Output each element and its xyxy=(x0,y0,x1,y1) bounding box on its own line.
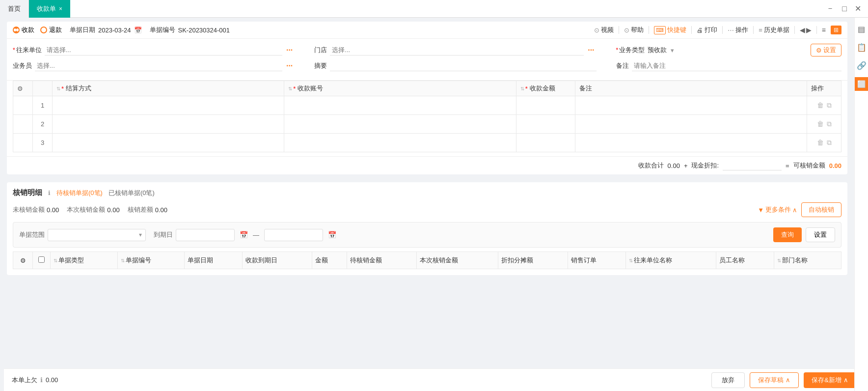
print-btn[interactable]: 🖨 打印 xyxy=(697,26,717,34)
td-row2-settlement[interactable] xyxy=(53,115,284,134)
td-row1-notes[interactable] xyxy=(575,96,807,115)
tab-active[interactable]: 收款单 × xyxy=(29,0,70,18)
td-row1-settlement[interactable] xyxy=(53,96,284,115)
store-input[interactable] xyxy=(330,45,584,56)
help-btn[interactable]: ⊙ 帮助 xyxy=(624,26,644,34)
date-value[interactable]: 2023-03-24 xyxy=(98,27,131,34)
biz-dropdown-arrow-icon[interactable]: ▾ xyxy=(671,47,674,54)
row3-amount-input[interactable] xyxy=(516,134,575,152)
row1-amount-input[interactable] xyxy=(516,96,575,114)
list-icon[interactable]: ≡ xyxy=(822,26,826,34)
summary-input[interactable] xyxy=(330,60,596,71)
table-settings-icon[interactable]: ⚙ xyxy=(17,85,23,92)
range-select[interactable] xyxy=(48,229,146,241)
td-row2-notes[interactable] xyxy=(575,115,807,134)
prev-arrow-icon[interactable]: ◀ xyxy=(800,26,805,34)
row2-delete-icon[interactable]: 🗑 xyxy=(817,120,824,128)
right-panel-doc-icon[interactable]: 📋 xyxy=(857,41,867,54)
row2-amount-input[interactable] xyxy=(516,115,575,133)
company-more-icon[interactable]: ··· xyxy=(284,46,295,55)
row1-copy-icon[interactable]: ⧉ xyxy=(827,101,832,110)
bill-number-value[interactable]: SK-20230324-001 xyxy=(178,27,230,34)
recon-settings-icon[interactable]: ⚙ xyxy=(20,257,26,264)
current-label: 本次核销金额 xyxy=(67,205,105,214)
tab-close-icon[interactable]: × xyxy=(59,5,62,12)
auto-recon-button[interactable]: 自动核销 xyxy=(801,202,841,217)
salesperson-input[interactable] xyxy=(35,60,282,71)
this-order-val: 0.00 xyxy=(46,376,58,384)
sort-bill-type-icon: ⇅ xyxy=(54,258,57,263)
td-row2-num: 2 xyxy=(33,115,53,134)
right-panel-link-icon[interactable]: 🔗 xyxy=(857,59,867,72)
discount-input[interactable] xyxy=(723,161,782,170)
row2-settlement-input[interactable] xyxy=(53,115,284,133)
operate-label: 操作 xyxy=(735,26,748,34)
close-button[interactable]: ✕ xyxy=(853,4,863,13)
abandon-button[interactable]: 放弃 xyxy=(711,372,745,388)
pending-tab[interactable]: 待核销单据(0笔) xyxy=(56,189,103,197)
this-order-info-icon[interactable]: ℹ xyxy=(40,376,43,384)
sort-bill-no-icon: ⇅ xyxy=(121,258,125,263)
td-row2-account[interactable] xyxy=(284,115,516,134)
right-panel-orange-icon[interactable]: ⬜ xyxy=(855,77,868,91)
save-new-button[interactable]: 保存&新增 ∧ xyxy=(804,372,856,388)
biz-type-value[interactable]: 预收款 xyxy=(648,46,667,55)
recon-header-row: ⚙ ⇅ 单据类型 ⇅ 单据编号 xyxy=(13,252,841,269)
save-draft-button[interactable]: 保存草稿 ∧ xyxy=(750,372,799,388)
row1-settlement-input[interactable] xyxy=(53,96,284,114)
salesperson-more-icon[interactable]: ··· xyxy=(284,61,295,70)
more-conditions-btn[interactable]: ▼ 更多条件 ∧ xyxy=(758,205,797,214)
row3-settlement-input[interactable] xyxy=(53,134,284,152)
notes-input[interactable] xyxy=(632,60,841,71)
row1-account-input[interactable] xyxy=(284,96,515,114)
store-more-icon[interactable]: ··· xyxy=(586,46,596,55)
right-panel-table-icon[interactable]: ▤ xyxy=(858,23,865,36)
tab-home[interactable]: 首页 xyxy=(0,0,29,18)
minimize-button[interactable]: － xyxy=(824,3,836,14)
grid-orange-icon[interactable]: ⊞ xyxy=(831,26,841,34)
history-btn[interactable]: ≡ 历史单据 xyxy=(759,26,789,34)
done-tab[interactable]: 已核销单据(0笔) xyxy=(108,189,155,197)
td-row3-notes[interactable] xyxy=(575,134,807,152)
recon-th-settings[interactable]: ⚙ xyxy=(13,252,33,269)
maximize-button[interactable]: □ xyxy=(840,4,849,13)
recon-th-company: ⇅ 往来单位名称 xyxy=(626,252,716,269)
td-row2-amount[interactable] xyxy=(516,115,575,134)
date-calendar-icon[interactable]: 📅 xyxy=(134,27,142,34)
date-to-input[interactable]: 2022-04-12 xyxy=(264,229,323,241)
radio-receive[interactable]: 收款 xyxy=(13,26,34,34)
th-settings[interactable]: ⚙ xyxy=(13,81,33,96)
recon-settings-button[interactable]: 设置 xyxy=(806,227,835,242)
row3-delete-icon[interactable]: 🗑 xyxy=(817,139,824,147)
sort-dept-icon: ⇅ xyxy=(777,258,781,263)
row2-notes-input[interactable] xyxy=(575,115,807,133)
company-input[interactable] xyxy=(45,45,282,56)
td-row1-amount[interactable] xyxy=(516,96,575,115)
date-from-calendar-icon[interactable]: 📅 xyxy=(240,231,248,239)
td-row3-amount[interactable] xyxy=(516,134,575,152)
video-btn[interactable]: ⊙ 视频 xyxy=(594,26,614,34)
row3-notes-input[interactable] xyxy=(575,134,807,152)
row2-account-input[interactable] xyxy=(284,115,515,133)
radio-refund[interactable]: 退款 xyxy=(40,26,62,34)
select-all-checkbox[interactable] xyxy=(38,256,45,263)
td-row3-account[interactable] xyxy=(284,134,516,152)
operate-btn[interactable]: ⋯ 操作 xyxy=(728,26,748,34)
row3-copy-icon[interactable]: ⧉ xyxy=(827,139,832,147)
sort-icon-settlement: ⇅ xyxy=(56,86,60,91)
date-from-input[interactable]: 2022-04-01 xyxy=(176,229,235,241)
row1-delete-icon[interactable]: 🗑 xyxy=(817,101,824,110)
shortcut-btn[interactable]: ⌨ 快捷键 xyxy=(654,26,686,34)
row1-notes-input[interactable] xyxy=(575,96,807,114)
td-row3-settlement[interactable] xyxy=(53,134,284,152)
query-button[interactable]: 查询 xyxy=(773,227,802,242)
date-to-calendar-icon[interactable]: 📅 xyxy=(328,231,336,239)
next-arrow-icon[interactable]: ▶ xyxy=(806,26,812,34)
divider-5 xyxy=(753,26,754,34)
date-label: 单据日期 xyxy=(70,26,95,34)
row3-account-input[interactable] xyxy=(284,134,515,152)
row2-copy-icon[interactable]: ⧉ xyxy=(827,120,832,128)
td-row1-account[interactable] xyxy=(284,96,516,115)
settings-button[interactable]: ⚙ 设置 xyxy=(811,44,841,56)
recon-info-icon[interactable]: ℹ xyxy=(48,190,51,196)
